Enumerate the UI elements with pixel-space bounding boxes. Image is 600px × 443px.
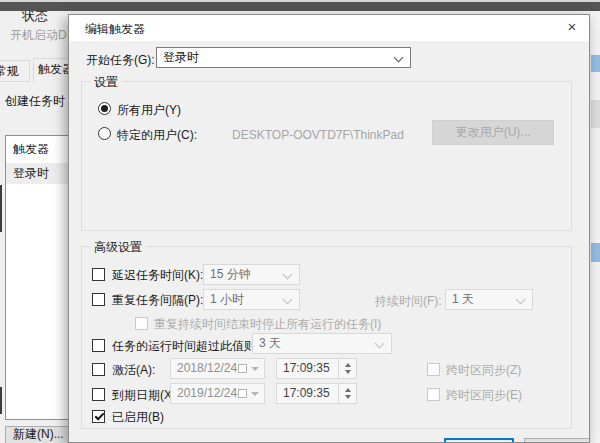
settings-group: 设置 所有用户(Y) 特定的用户(C): DESKTOP-OOVTD7F\Thi… (81, 81, 572, 231)
all-users-label: 所有用户(Y) (117, 102, 181, 119)
bg-list-column-header: 触发器 (13, 141, 49, 158)
repeat-checkbox[interactable] (92, 293, 105, 306)
dialog-title: 编辑触发器 (85, 21, 145, 38)
spinner-icon (338, 359, 356, 378)
activate-date-value: 2018/12/24 (177, 361, 237, 375)
activate-time-value: 17:09:35 (283, 361, 330, 375)
enabled-checkbox[interactable] (92, 410, 105, 423)
delay-value: 15 分钟 (210, 267, 251, 281)
delay-label: 延迟任务时间(K): (112, 267, 203, 284)
cancel-button[interactable] (524, 438, 590, 443)
expire-time-value: 17:09:35 (283, 386, 330, 400)
bg-button-fragment (591, 100, 600, 128)
spinner-up-icon (345, 388, 351, 392)
change-user-button: 更改用户(U)... (432, 120, 554, 145)
calendar-icon (238, 364, 247, 373)
ok-button[interactable] (444, 438, 514, 443)
chevron-down-icon (516, 295, 526, 305)
advanced-settings-group: 高级设置 延迟任务时间(K): 15 分钟 重复任务间隔(P): 1 小时 持续… (81, 246, 572, 429)
stop-if-longer-value: 3 天 (259, 336, 281, 350)
expire-checkbox[interactable] (92, 388, 105, 401)
begin-task-value: 登录时 (163, 50, 199, 64)
spinner-down-icon (345, 370, 351, 374)
dialog-titlebar[interactable]: 编辑触发器 × (69, 15, 589, 41)
chevron-down-icon (283, 270, 293, 280)
all-users-radio[interactable] (98, 102, 111, 115)
stop-all-tasks-label: 重复持续时间结束时停止所有运行的任务(I) (154, 316, 381, 333)
expire-time-spinner: 17:09:35 (276, 383, 357, 404)
duration-label: 持续时间(F): (375, 293, 442, 310)
activate-sync-label: 跨时区同步(Z) (446, 362, 521, 379)
chevron-down-icon (283, 295, 293, 305)
repeat-value: 1 小时 (210, 292, 244, 306)
bg-task-window-title: 开机启动Debu (10, 27, 67, 44)
dropdown-arrow-icon (251, 392, 259, 396)
activate-date-picker: 2018/12/24 (170, 358, 265, 379)
begin-task-label: 开始任务(G): (86, 52, 155, 69)
spinner-down-icon (345, 395, 351, 399)
enabled-label: 已启用(B) (112, 409, 164, 426)
activate-checkbox[interactable] (92, 363, 105, 376)
delay-checkbox[interactable] (92, 268, 105, 281)
advanced-group-title: 高级设置 (90, 239, 146, 256)
bg-border-fragment (0, 185, 2, 232)
expire-date-value: 2019/12/24 (177, 386, 237, 400)
delay-combobox: 15 分钟 (203, 264, 300, 285)
settings-group-title: 设置 (90, 74, 122, 91)
stop-if-longer-combobox: 3 天 (252, 333, 392, 354)
stop-all-tasks-checkbox (135, 317, 148, 330)
tab-general[interactable]: 常规 (0, 60, 30, 82)
chevron-down-icon (375, 339, 385, 349)
duration-value: 1 天 (452, 292, 474, 306)
specific-user-label: 特定的用户(C): (117, 127, 197, 144)
close-icon[interactable]: × (559, 17, 585, 37)
expire-date-picker: 2019/12/24 (170, 383, 265, 404)
spinner-icon (338, 384, 356, 403)
calendar-icon (238, 389, 247, 398)
spinner-up-icon (345, 363, 351, 367)
bg-top-dark-bar (0, 2, 600, 11)
activate-time-spinner: 17:09:35 (276, 358, 357, 379)
specific-user-value: DESKTOP-OOVTD7F\ThinkPad (232, 128, 404, 142)
specific-user-radio[interactable] (98, 127, 111, 140)
bg-border-fragment (0, 387, 2, 414)
bg-selected-row-fragment (591, 55, 600, 72)
bg-right-sliver (591, 11, 600, 443)
dropdown-arrow-icon (251, 367, 259, 371)
activate-sync-checkbox (427, 363, 440, 376)
activate-label: 激活(A): (112, 362, 155, 379)
expire-sync-checkbox (427, 388, 440, 401)
bg-hint-text: 创建任务时，可 (5, 93, 67, 110)
expire-sync-label: 跨时区同步(E) (446, 387, 522, 404)
bg-selected-row-fragment (591, 243, 600, 262)
repeat-combobox: 1 小时 (203, 289, 300, 310)
repeat-label: 重复任务间隔(P): (112, 292, 203, 309)
chevron-down-icon (394, 53, 404, 63)
begin-task-combobox[interactable]: 登录时 (156, 47, 411, 68)
duration-combobox: 1 天 (445, 289, 533, 310)
stop-if-longer-checkbox[interactable] (92, 339, 105, 352)
edit-trigger-dialog: 编辑触发器 × 开始任务(G): 登录时 设置 所有用户(Y) 特定的用户(C)… (68, 14, 590, 443)
